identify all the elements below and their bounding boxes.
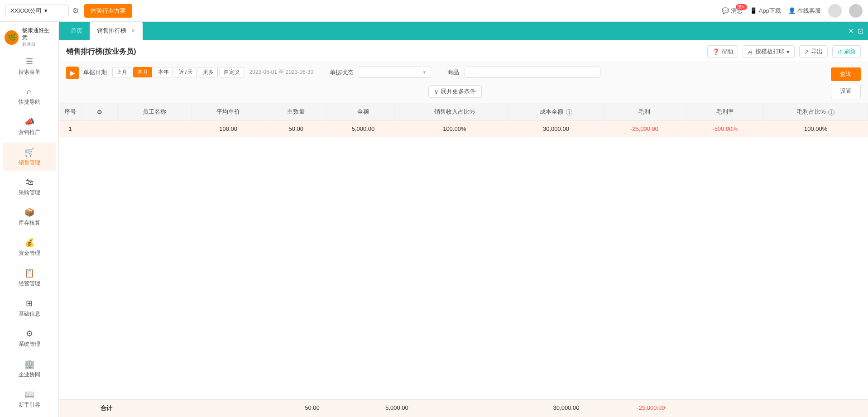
chevron-down-icon: ▾	[44, 7, 48, 14]
sidebar-label-quick: 快捷导航	[19, 98, 40, 106]
sidebar-item-guide[interactable]: 📖 新手引导	[3, 385, 56, 413]
window-expand-icon[interactable]: ⊡	[858, 27, 863, 35]
footer-sales-pct-cell	[439, 404, 524, 412]
sidebar-label-finance: 资金管理	[19, 249, 40, 257]
col-employee: 员工名称	[117, 103, 191, 121]
sidebar-item-finance[interactable]: 💰 资金管理	[3, 233, 56, 262]
help-button[interactable]: ❓ 帮助	[707, 45, 738, 58]
gross-pct-info-icon[interactable]: ℹ	[828, 109, 834, 115]
date-label: 单据日期	[83, 68, 107, 77]
col-sales-pct: 销售收入占比%	[399, 103, 509, 121]
avatar-2[interactable]	[849, 4, 863, 18]
table-cell: -500.00%	[686, 121, 764, 137]
status-chevron-icon: ▾	[423, 69, 426, 76]
table-cell: 1	[59, 121, 82, 137]
data-table: 序号 ⚙ 员工名称 平均单价 主数量 全额 销售收入占比% 成本全额 ℹ 毛利	[59, 103, 868, 137]
sidebar-item-enterprise[interactable]: 🏢 企业协同	[3, 355, 56, 383]
sidebar-item-system[interactable]: ⚙ 系统管理	[3, 324, 56, 353]
date-btn-cur-month[interactable]: 本月	[133, 67, 152, 77]
sidebar-item-quick-nav[interactable]: ⌂ 快捷导航	[3, 82, 56, 110]
company-selector[interactable]: XXXXX公司 ▾	[5, 5, 69, 17]
sidebar-label-search: 搜索菜单	[19, 68, 40, 76]
date-btn-prev-month[interactable]: 上月	[112, 67, 131, 77]
col-qty: 主数量	[265, 103, 327, 121]
enterprise-icon: 🏢	[24, 359, 34, 369]
message-icon-item[interactable]: 💬 消息 99+	[722, 7, 743, 15]
sidebar-label-system: 系统管理	[19, 340, 40, 348]
sidebar: 🌿 畅康通好生意 标准版 ☰ 搜索菜单 ⌂ 快捷导航 📣 营销推广 🛒 销售管理…	[0, 22, 59, 417]
filter-expand-arrow[interactable]: ▶	[66, 67, 79, 79]
query-button[interactable]: 查询	[831, 67, 861, 81]
table-cell	[117, 121, 191, 137]
sidebar-label-guide: 新手引导	[19, 401, 40, 409]
page-actions: ❓ 帮助 🖨 按模板打印 ▾ ↗ 导出 ↺ 刷新	[707, 45, 861, 58]
sidebar-item-operations[interactable]: 📋 经营管理	[3, 264, 56, 292]
col-amount: 全额	[327, 103, 399, 121]
print-button[interactable]: 🖨 按模板打印 ▾	[743, 45, 795, 58]
purchase-icon: 🛍	[25, 177, 34, 187]
trial-button[interactable]: 体验行业方案	[84, 4, 132, 18]
export-icon: ↗	[804, 48, 809, 55]
date-quick-btns: 上月 本月 本年 近7天 更多 自定义	[112, 67, 244, 77]
date-btn-this-year[interactable]: 本年	[154, 67, 173, 77]
col-gross-pct: 毛利占比% ℹ	[764, 103, 868, 121]
tab-home[interactable]: 首页	[63, 22, 90, 40]
avatar[interactable]	[828, 4, 842, 18]
footer-qty-cell: 50.00	[270, 404, 355, 412]
sidebar-item-marketing[interactable]: 📣 营销推广	[3, 112, 56, 141]
sidebar-item-sales[interactable]: 🛒 销售管理	[3, 143, 56, 171]
footer-total-label: 合计	[101, 404, 185, 412]
date-btn-more[interactable]: 更多	[199, 67, 218, 77]
footer-gross-pct-cell	[778, 404, 863, 412]
expand-label: 展开更多条件	[441, 87, 476, 96]
sidebar-item-purchase[interactable]: 🛍 采购管理	[3, 173, 56, 201]
footer-avg-price-cell	[185, 404, 270, 412]
refresh-button[interactable]: ↺ 刷新	[832, 45, 861, 58]
page-content: 销售排行榜(按业务员) ❓ 帮助 🖨 按模板打印 ▾ ↗ 导出	[59, 40, 868, 417]
status-select[interactable]: ▾	[359, 67, 431, 78]
sidebar-item-search-orders[interactable]: ☰ 搜索菜单	[3, 52, 56, 81]
table-cell	[82, 121, 118, 137]
table-container: 序号 ⚙ 员工名称 平均单价 主数量 全额 销售收入占比% 成本全额 ℹ 毛利	[59, 103, 868, 399]
content-area: 首页 销售排行榜 ✕ ✕ ⊡ 销售排行榜(按业务员) ❓ 帮助	[59, 22, 868, 417]
goods-input[interactable]: ...	[465, 67, 600, 78]
goods-label: 商品	[447, 68, 459, 77]
table-header-row: 序号 ⚙ 员工名称 平均单价 主数量 全额 销售收入占比% 成本全额 ℹ 毛利	[59, 103, 868, 121]
table-cell: 100.00	[191, 121, 265, 137]
online-service-label: 在线客服	[797, 7, 821, 15]
refresh-label: 刷新	[844, 48, 856, 56]
print-chevron-icon: ▾	[786, 48, 790, 55]
expand-more-btn[interactable]: ∨ 展开更多条件	[428, 85, 482, 98]
tab-close-icon[interactable]: ✕	[131, 28, 135, 34]
sales-icon: 🛒	[24, 147, 34, 157]
export-button[interactable]: ↗ 导出	[799, 45, 828, 58]
settings-icon[interactable]: ⚙	[72, 6, 79, 15]
sidebar-label-basic: 基础信息	[19, 310, 40, 318]
filter-settings-button[interactable]: 设置	[831, 84, 861, 98]
window-close-icon[interactable]: ✕	[848, 27, 854, 35]
col-gear: ⚙	[82, 103, 118, 121]
phone-icon: 📱	[750, 7, 757, 14]
date-btn-last7[interactable]: 近7天	[175, 67, 197, 77]
date-btn-custom[interactable]: 自定义	[220, 67, 244, 77]
service-icon: 👤	[788, 7, 796, 14]
print-label: 按模板打印	[755, 48, 785, 56]
cost-info-icon[interactable]: ℹ	[566, 109, 572, 115]
sidebar-item-inventory[interactable]: 📦 库存核算	[3, 203, 56, 231]
export-label: 导出	[811, 48, 823, 56]
app-download-item[interactable]: 📱 App下载	[750, 7, 781, 15]
app-download-label: App下载	[759, 7, 781, 15]
table-cell: 100.00%	[399, 121, 509, 137]
online-service-item[interactable]: 👤 在线客服	[788, 7, 821, 15]
col-avg-price: 平均单价	[191, 103, 265, 121]
page-header: 销售排行榜(按业务员) ❓ 帮助 🖨 按模板打印 ▾ ↗ 导出	[59, 40, 868, 62]
table-gear-icon[interactable]: ⚙	[97, 109, 102, 115]
footer-rank-cell	[64, 404, 82, 412]
sidebar-logo: 🌿 畅康通好生意 标准版	[0, 22, 58, 51]
header-right: 💬 消息 99+ 📱 App下载 👤 在线客服	[722, 4, 863, 18]
sidebar-item-app-center[interactable]: 📺 应用中心	[3, 415, 56, 417]
basic-info-icon: ⊞	[26, 298, 33, 308]
sidebar-item-basic-info[interactable]: ⊞ 基础信息	[3, 294, 56, 322]
tab-sales-ranking[interactable]: 销售排行榜 ✕	[90, 22, 143, 40]
page-title: 销售排行榜(按业务员)	[66, 47, 136, 57]
